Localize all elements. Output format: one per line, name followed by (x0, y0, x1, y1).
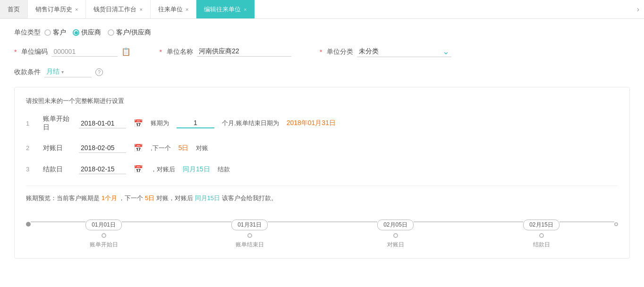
code-copy-icon[interactable]: 📋 (121, 47, 131, 56)
timeline-badge-2: 01月31日 (231, 219, 268, 230)
preview-middle2: 对账，对账后 (156, 194, 193, 202)
row-2-label: 对账日 (43, 144, 71, 152)
category-arrow-icon: ⌄ (442, 46, 449, 57)
timeline-line-1 (31, 221, 85, 222)
row-1-end-date: 2018年01月31日 (287, 119, 336, 127)
preview-text: 账期预览：当前客户账期是 1个月 ，下一个 5日 对账，对账后 同月15日 该客… (26, 194, 618, 203)
timeline-dot-2 (247, 233, 252, 238)
preview-reconcile-day: 5日 (145, 194, 154, 202)
payment-select[interactable]: 月结 ▾ (44, 67, 92, 77)
main-content: 单位类型 客户 供应商 客户/供应商 * 单位编码 (0, 19, 644, 287)
row-3-suffix: 结款 (218, 165, 230, 174)
radio-supplier-label: 供应商 (81, 28, 101, 37)
timeline-badge-1: 01月01日 (85, 219, 122, 230)
row-3-label: 结款日 (43, 165, 71, 174)
preview-suffix: 该客户会给我打款。 (222, 194, 277, 202)
preview-section: 账期预览：当前客户账期是 1个月 ，下一个 5日 对账，对账后 同月15日 该客… (26, 186, 618, 249)
payment-label: 收款条件 (14, 68, 41, 76)
tab-cash-work[interactable]: 钱货日清工作台 × (86, 0, 150, 18)
timeline-label-2: 账单结束日 (236, 241, 264, 249)
tab-home[interactable]: 首页 (0, 0, 28, 18)
row-1-label: 账单开始日 (43, 115, 71, 132)
row-2-highlight: 5日 (178, 144, 189, 152)
tab-cash-work-close[interactable]: × (139, 7, 142, 12)
code-name-row: * 单位编码 📋 * 单位名称 * 单位分类 未分类 ⌄ (14, 46, 630, 57)
radio-supplier[interactable]: 供应商 (73, 28, 101, 37)
radio-customer-label: 客户 (53, 28, 66, 37)
radio-group: 客户 供应商 客户/供应商 (44, 28, 151, 37)
tab-edit-contact-close[interactable]: × (244, 7, 246, 12)
timeline-dot-3 (393, 233, 398, 238)
name-label: 单位名称 (167, 48, 193, 56)
period-row-2: 2 对账日 📅 ,下一个 5日 对账 (26, 143, 618, 153)
radio-customer-circle (44, 29, 51, 36)
code-field: * 单位编码 📋 (14, 47, 131, 57)
preview-middle: ，下一个 (119, 194, 143, 202)
row-3-date-input[interactable] (79, 164, 126, 174)
tab-contacts[interactable]: 往来单位 × (151, 0, 196, 18)
timeline-line-4 (414, 221, 523, 222)
row-3-prefix: ，对账后 (151, 165, 175, 174)
tab-sales-history[interactable]: 销售订单历史 × (28, 0, 86, 18)
timeline-label-1: 账单开始日 (90, 241, 118, 249)
row-2-calendar-icon[interactable]: 📅 (134, 144, 143, 152)
category-label: 单位分类 (327, 48, 353, 56)
code-label: 单位编码 (21, 48, 48, 56)
category-required: * (320, 48, 322, 56)
timeline-line-5 (559, 221, 614, 222)
unit-type-row: 单位类型 客户 供应商 客户/供应商 (14, 28, 630, 37)
tab-sales-history-close[interactable]: × (75, 7, 78, 12)
row-1-months-input[interactable] (177, 118, 214, 128)
row-2-date-input[interactable] (79, 143, 126, 153)
row-1-date-input[interactable] (79, 118, 126, 128)
row-3-num: 3 (26, 166, 35, 173)
tab-expand-button[interactable]: › (632, 0, 644, 18)
row-1-calendar-icon[interactable]: 📅 (134, 119, 143, 128)
timeline-dot-4 (539, 233, 544, 238)
code-input[interactable] (51, 47, 118, 57)
code-required: * (14, 48, 17, 56)
tab-edit-contact[interactable]: 编辑往来单位 × (196, 0, 254, 18)
row-2-suffix: 对账 (196, 144, 208, 152)
row-3-highlight: 同月15日 (183, 165, 210, 174)
panel-title: 请按照未来的一个完整帐期进行设置 (26, 97, 618, 105)
name-input[interactable] (197, 47, 291, 57)
category-field: * 单位分类 未分类 ⌄ (320, 46, 451, 57)
category-value: 未分类 (359, 47, 379, 56)
unit-type-label: 单位类型 (14, 28, 41, 37)
row-3-calendar-icon[interactable]: 📅 (134, 165, 143, 174)
payment-arrow-icon: ▾ (61, 69, 64, 75)
row-2-prefix: ,下一个 (151, 144, 171, 152)
row-1-num: 1 (26, 120, 35, 127)
radio-customer[interactable]: 客户 (44, 28, 66, 37)
row-1-suffix-pre: 账期为 (151, 119, 169, 127)
name-field: * 单位名称 (159, 47, 291, 57)
tab-bar: 首页 销售订单历史 × 钱货日清工作台 × 往来单位 × 编辑往来单位 × › (0, 0, 644, 19)
radio-both[interactable]: 客户/供应商 (108, 28, 151, 37)
tab-contacts-close[interactable]: × (186, 7, 188, 12)
radio-supplier-circle (73, 29, 79, 36)
timeline-label-3: 对账日 (387, 241, 404, 249)
timeline-start-dot (26, 222, 31, 227)
timeline-line-2 (122, 221, 231, 222)
preview-payment-day: 同月15日 (195, 194, 220, 202)
timeline-label-4: 结款日 (533, 241, 550, 249)
timeline-badge-3: 02月05日 (377, 219, 414, 230)
radio-both-circle (108, 29, 114, 36)
timeline-end-dot (614, 222, 618, 226)
period-row-1: 1 账单开始日 📅 账期为 个月,账单结束日期为 2018年01月31日 (26, 115, 618, 132)
payment-row: 收款条件 月结 ▾ ? (14, 67, 630, 77)
category-select[interactable]: 未分类 ⌄ (357, 46, 451, 57)
payment-field: 收款条件 月结 ▾ ? (14, 67, 103, 77)
row-2-num: 2 (26, 144, 35, 152)
period-row-3: 3 结款日 📅 ，对账后 同月15日 结款 (26, 164, 618, 174)
help-icon[interactable]: ? (95, 68, 103, 76)
period-panel: 请按照未来的一个完整帐期进行设置 1 账单开始日 📅 账期为 个月,账单结束日期… (14, 87, 630, 259)
radio-both-label: 客户/供应商 (116, 28, 151, 37)
preview-label: 账期预览：当前客户账期是 (26, 194, 100, 202)
unit-type-field: 单位类型 客户 供应商 客户/供应商 (14, 28, 151, 37)
name-required: * (159, 48, 161, 56)
preview-period: 1个月 (102, 194, 117, 202)
payment-value: 月结 (46, 68, 59, 76)
timeline-dot-1 (102, 233, 106, 238)
